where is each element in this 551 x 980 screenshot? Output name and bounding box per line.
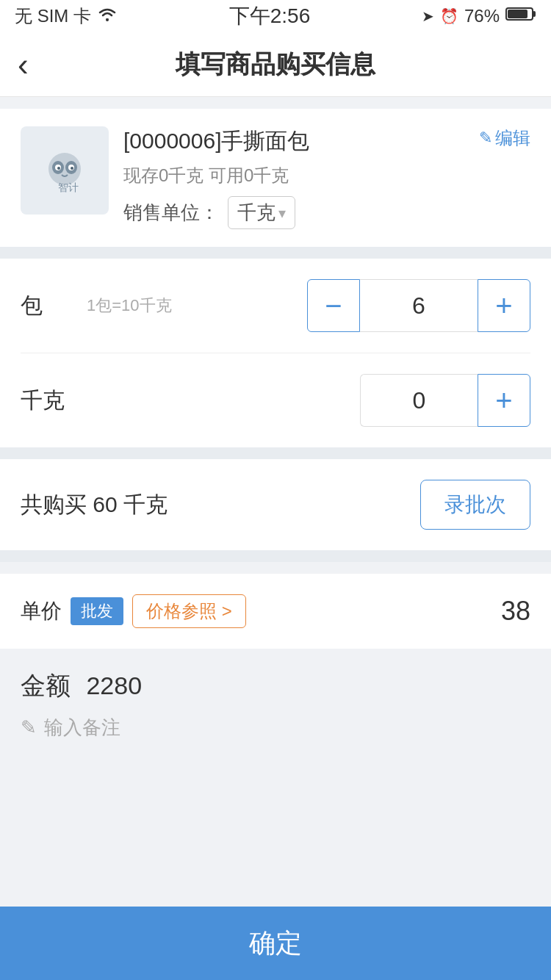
batch-button[interactable]: 录批次 (420, 480, 530, 530)
product-stock: 现存0千克 可用0千克 (123, 164, 530, 187)
nav-bar: ‹ 填写商品购买信息 (0, 32, 551, 97)
remark-row[interactable]: ✎ 输入备注 (21, 715, 530, 741)
svg-text:智计: 智计 (58, 181, 79, 192)
wifi-icon (97, 6, 118, 26)
unit-select[interactable]: 千克 ▾ (228, 196, 295, 229)
bao-input[interactable] (360, 279, 478, 332)
battery-text: 76% (464, 6, 500, 26)
price-ref-button[interactable]: 价格参照 > (132, 594, 246, 628)
amount-label: 金额 (21, 671, 71, 699)
product-unit-row: 销售单位： 千克 ▾ (123, 196, 530, 229)
product-name: [0000006]手撕面包 (123, 126, 309, 156)
remark-input[interactable]: 输入备注 (44, 715, 120, 741)
status-left: 无 SIM 卡 (15, 4, 118, 28)
svg-point-0 (106, 18, 109, 21)
price-value: 38 (501, 596, 530, 627)
input-section: 包 1包=10千克 − + 千克 + (0, 259, 551, 447)
remark-icon: ✎ (21, 716, 37, 739)
svg-rect-2 (533, 11, 536, 17)
confirm-button[interactable]: 确定 (0, 907, 551, 980)
separator-1 (0, 247, 551, 259)
bao-minus-button[interactable]: − (307, 279, 360, 332)
product-image: 智计 (21, 126, 109, 215)
bao-controls: − + (307, 279, 530, 332)
price-section: 单价 批发 价格参照 > 38 (0, 574, 551, 649)
edit-icon: ✎ (479, 129, 492, 148)
separator-2 (0, 447, 551, 459)
battery-icon (505, 6, 536, 26)
status-time: 下午2:56 (229, 2, 311, 30)
price-tag: 批发 (71, 597, 123, 625)
svg-rect-3 (508, 10, 527, 18)
summary-text: 共购买 60 千克 (21, 490, 168, 520)
summary-section: 共购买 60 千克 录批次 (0, 459, 551, 550)
amount-row: 金额 2280 (21, 669, 530, 703)
kg-input[interactable] (360, 374, 478, 427)
kg-input-row: 千克 + (21, 353, 530, 447)
amount-section: 金额 2280 ✎ 输入备注 (0, 649, 551, 761)
product-info: [0000006]手撕面包 ✎ 编辑 现存0千克 可用0千克 销售单位： 千克 … (123, 126, 530, 229)
kg-controls: + (360, 374, 530, 427)
sim-label: 无 SIM 卡 (15, 4, 91, 28)
bao-input-row: 包 1包=10千克 − + (21, 259, 530, 353)
product-card: 智计 [0000006]手撕面包 ✎ 编辑 现存0千克 可用0千克 销售单位： … (0, 109, 551, 247)
bao-plus-button[interactable]: + (478, 279, 530, 332)
svg-point-9 (57, 167, 60, 170)
status-right: ➤ ⏰ 76% (422, 6, 536, 26)
back-button[interactable]: ‹ (18, 46, 29, 83)
page-title: 填写商品购买信息 (176, 48, 375, 82)
kg-plus-button[interactable]: + (478, 374, 530, 427)
bao-hint: 1包=10千克 (87, 295, 172, 317)
amount-value: 2280 (86, 671, 142, 699)
status-bar: 无 SIM 卡 下午2:56 ➤ ⏰ 76% (0, 0, 551, 32)
price-label: 单价 (21, 597, 62, 625)
edit-button[interactable]: ✎ 编辑 (479, 126, 530, 150)
separator-3 (0, 550, 551, 562)
unit-label: 销售单位： (123, 200, 219, 226)
alarm-icon: ⏰ (440, 7, 458, 25)
svg-point-10 (71, 167, 73, 170)
chevron-down-icon: ▾ (278, 204, 286, 222)
bao-label: 包 (21, 291, 79, 321)
location-icon: ➤ (422, 7, 434, 25)
kg-label: 千克 (21, 386, 79, 416)
